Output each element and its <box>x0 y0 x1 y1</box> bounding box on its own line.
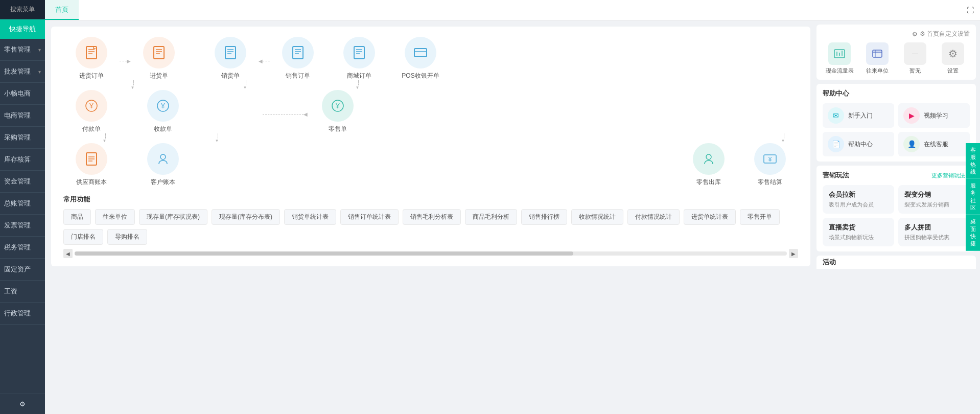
node-supplier-ledger[interactable]: 供应商账本 <box>63 143 120 187</box>
func-btn-goods[interactable]: 商品 <box>63 209 91 225</box>
node-receipt[interactable]: ¥ 收款单 <box>135 90 191 133</box>
beginner-icon: ✉ <box>828 107 844 124</box>
help-title: 帮助中心 <box>823 89 970 98</box>
node-payment[interactable]: ¥ 付款单 <box>63 90 120 133</box>
func-grid: 商品 往来单位 现存量(库存状况表) 现存量(库存分布表) 销货单统计表 销售订… <box>63 209 798 245</box>
sidebar-item-assets[interactable]: 固定资产 <box>0 259 45 281</box>
qa-item-cashflow[interactable]: 现金流量表 <box>823 42 856 75</box>
svg-rect-8 <box>225 47 236 59</box>
chevron-down-icon: ▾ <box>38 47 41 53</box>
mkt-item-fission[interactable]: 裂变分销 裂变式发展分销商 <box>898 185 970 214</box>
mkt-title: 营销玩法 <box>823 171 849 180</box>
arrow-retail-down: ▼ <box>742 133 798 143</box>
cashflow-icon <box>828 42 851 65</box>
mkt-item-member[interactable]: 会员拉新 吸引用户成为会员 <box>823 185 894 214</box>
settings-icon[interactable]: ⚙ <box>0 394 45 414</box>
func-btn-purchase-stat[interactable]: 进货单统计表 <box>684 209 736 225</box>
mkt-more-btn[interactable]: 更多营销玩法 > <box>931 172 970 179</box>
left-panel: 进货订单 ▶ 进货单 <box>45 20 816 414</box>
float-btn-service[interactable]: 客服热线 <box>966 143 980 179</box>
sidebar-item-ledger[interactable]: 总账管理 <box>0 193 45 215</box>
func-btn-retail-open[interactable]: 零售开单 <box>740 209 780 225</box>
arrow-sales-down: ▼ <box>204 80 260 90</box>
node-customer-ledger[interactable]: 客户账本 <box>135 143 191 187</box>
svg-text:¥: ¥ <box>89 102 94 110</box>
online-service-icon: 👤 <box>903 136 920 152</box>
mkt-item-live[interactable]: 直播卖货 场景式购物新玩法 <box>823 218 894 246</box>
func-btn-stock-dist[interactable]: 现存量(库存分布表) <box>212 209 280 225</box>
node-sales-order[interactable]: 销售订单 <box>270 37 326 80</box>
sidebar-item-inventory[interactable]: 库存核算 <box>0 149 45 171</box>
svg-text:¥: ¥ <box>335 102 340 110</box>
svg-rect-20 <box>414 49 427 57</box>
tab-home[interactable]: 首页 <box>45 0 79 20</box>
float-btn-desktop[interactable]: 桌面快捷 <box>966 215 980 250</box>
topbar-right: ⛶ <box>965 4 980 16</box>
help-item-helpcenter[interactable]: 📄 帮助中心 <box>823 132 894 156</box>
func-btn-guide-rank[interactable]: 导购排名 <box>107 229 147 245</box>
node-retail-bill[interactable]: ¥ 零售单 <box>310 90 366 133</box>
node-retail-out[interactable]: 零售出库 <box>681 143 737 187</box>
func-btn-units[interactable]: 往来单位 <box>95 209 135 225</box>
func-btn-payment-stat[interactable]: 付款情况统计 <box>627 209 680 225</box>
arrow-purchase-down: ▼ <box>91 80 148 90</box>
sidebar-item-admin[interactable]: 行政管理 <box>0 303 45 325</box>
svg-text:¥: ¥ <box>160 102 165 110</box>
qa-item-settings[interactable]: ⚙ 设置 <box>936 42 970 75</box>
qa-item-units[interactable]: 往来单位 <box>860 42 894 75</box>
func-btn-goods-profit[interactable]: 商品毛利分析 <box>465 209 517 225</box>
sidebar-item-wholesale[interactable]: 批发管理 ▾ <box>0 61 45 83</box>
sidebar-item-finance[interactable]: 资金管理 <box>0 171 45 193</box>
func-btn-receipt-stat[interactable]: 收款情况统计 <box>571 209 623 225</box>
svg-point-32 <box>160 154 166 159</box>
svg-point-33 <box>706 154 711 159</box>
sidebar-item-ecommerce-small[interactable]: 小畅电商 <box>0 83 45 105</box>
func-btn-sales-stat[interactable]: 销货单统计表 <box>284 209 336 225</box>
quick-access-card: ⚙ ⚙ 首页自定义设置 现金流量表 往来单位 <box>816 25 976 80</box>
help-item-beginner[interactable]: ✉ 新手入门 <box>823 103 894 128</box>
none-icon: — <box>904 42 926 65</box>
func-btn-stock-status[interactable]: 现存量(库存状况表) <box>139 209 207 225</box>
sidebar-item-invoice[interactable]: 发票管理 <box>0 215 45 237</box>
func-btn-store-rank[interactable]: 门店排名 <box>63 229 103 245</box>
node-pos[interactable]: POS收银开单 <box>392 37 449 80</box>
help-item-online-service[interactable]: 👤 在线客服 <box>898 132 970 156</box>
scroll-track[interactable] <box>75 251 787 256</box>
mkt-item-groupbuy[interactable]: 多人拼团 拼团购物享受优惠 <box>898 218 970 246</box>
sidebar: 搜索菜单 快捷导航 零售管理 ▾ 批发管理 ▾ 小畅电商 电商管理 采购管理 库… <box>0 0 45 414</box>
chevron-down-icon: ▾ <box>38 69 41 75</box>
qa-item-none[interactable]: — 暂无 <box>898 42 932 75</box>
node-retail-settle[interactable]: ¥ 零售结算 <box>742 143 798 187</box>
svg-text:¥: ¥ <box>768 156 772 163</box>
settings-qa-icon: ⚙ <box>942 42 964 65</box>
units-icon <box>866 42 889 65</box>
sidebar-item-purchase[interactable]: 采购管理 <box>0 127 45 149</box>
node-purchase-bill[interactable]: 进货单 <box>131 37 187 80</box>
sidebar-item-tax[interactable]: 税务管理 <box>0 237 45 259</box>
arrow-payment-down: ▼ <box>63 133 120 143</box>
node-mall-order[interactable]: 商城订单 <box>331 37 387 80</box>
fullscreen-icon[interactable]: ⛶ <box>965 4 976 16</box>
func-btn-sales-order-stat[interactable]: 销售订单统计表 <box>340 209 399 225</box>
func-btn-sales-rank[interactable]: 销售排行榜 <box>521 209 567 225</box>
sidebar-search[interactable]: 搜索菜单 <box>0 0 45 19</box>
scroll-left-btn[interactable]: ◀ <box>63 249 73 258</box>
float-btn-community[interactable]: 服务社区 <box>966 179 980 215</box>
mkt-grid: 会员拉新 吸引用户成为会员 裂变分销 裂变式发展分销商 直播卖货 场景式购物新玩… <box>823 185 970 246</box>
sidebar-item-retail[interactable]: 零售管理 ▾ <box>0 39 45 61</box>
help-item-video[interactable]: ▶ 视频学习 <box>898 103 970 128</box>
sidebar-item-ecommerce[interactable]: 电商管理 <box>0 105 45 127</box>
node-sales-bill[interactable]: 销货单 <box>202 37 259 80</box>
sidebar-quicknav[interactable]: 快捷导航 <box>0 19 45 39</box>
sidebar-item-salary[interactable]: 工资 <box>0 281 45 303</box>
activity-title: 活动 <box>816 256 976 269</box>
func-btn-sales-profit[interactable]: 销售毛利分析表 <box>403 209 461 225</box>
node-purchase-order[interactable]: 进货订单 <box>63 37 120 80</box>
help-grid: ✉ 新手入门 ▶ 视频学习 📄 帮助中心 👤 在线客服 <box>823 103 970 156</box>
customize-settings-btn[interactable]: ⚙ ⚙ 首页自定义设置 <box>823 30 970 38</box>
arrow-pos-down: ▼ <box>316 80 372 90</box>
helpcenter-icon: 📄 <box>828 136 844 152</box>
marketing-card: 营销玩法 更多营销玩法 > 会员拉新 吸引用户成为会员 裂变分销 裂变式发展分销… <box>816 166 976 251</box>
main-area: 首页 ⛶ 进货订单 <box>45 0 980 414</box>
scroll-right-btn[interactable]: ▶ <box>789 249 798 258</box>
